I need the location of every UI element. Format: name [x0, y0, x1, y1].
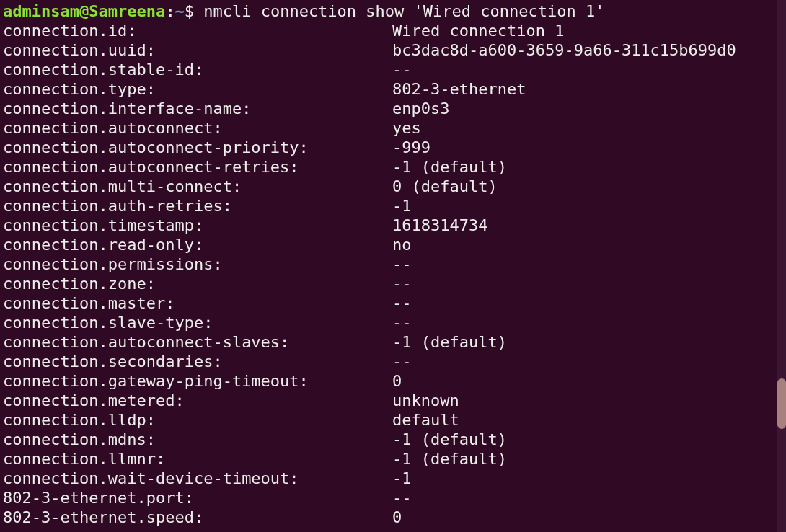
output-value: -1	[392, 469, 412, 487]
output-row: connection.autoconnect-priority:-999	[3, 138, 783, 157]
output-value: 0	[392, 372, 402, 390]
output-row: connection.master:--	[3, 293, 783, 313]
output-value: --	[392, 489, 412, 507]
output-row: connection.lldp:default	[3, 410, 783, 430]
prompt-user: adminsam	[3, 2, 79, 20]
output-key: 802-3-ethernet.port:	[3, 488, 392, 507]
prompt-path: ~	[175, 2, 184, 20]
output-key: connection.autoconnect:	[3, 118, 392, 138]
output-key: connection.wait-device-timeout:	[3, 469, 392, 488]
output-key: connection.secondaries:	[3, 352, 392, 371]
output-row: connection.gateway-ping-timeout:0	[3, 371, 783, 391]
output-value: --	[392, 353, 412, 371]
output-row: 802-3-ethernet.port:--	[3, 488, 783, 507]
output-key: connection.autoconnect-slaves:	[3, 332, 392, 352]
terminal-window[interactable]: adminsam@Samreena:~$ nmcli connection sh…	[3, 1, 783, 527]
output-row: connection.wait-device-timeout:-1	[3, 469, 783, 488]
output-key: connection.timestamp:	[3, 216, 392, 235]
output-key: connection.permissions:	[3, 254, 392, 274]
output-value: --	[392, 255, 412, 273]
output-value: 802-3-ethernet	[392, 80, 526, 98]
prompt-dollar: $	[185, 2, 194, 20]
output-row: connection.id:Wired connection 1	[3, 21, 783, 40]
output-row: 802-3-ethernet.speed:0	[3, 507, 783, 527]
output-row: connection.autoconnect-retries:-1 (defau…	[3, 157, 783, 177]
output-value: 1618314734	[392, 216, 487, 234]
prompt-host: Samreena	[89, 2, 165, 20]
output-row: connection.read-only:no	[3, 235, 783, 254]
output-value: enp0s3	[392, 99, 449, 118]
output-value: -1 (default)	[392, 450, 507, 468]
output-row: connection.zone:--	[3, 274, 783, 293]
output-row: connection.timestamp:1618314734	[3, 216, 783, 235]
output-row: connection.autoconnect:yes	[3, 118, 783, 138]
output-value: Wired connection 1	[392, 22, 564, 40]
output-value: -1 (default)	[392, 333, 507, 351]
output-key: connection.metered:	[3, 391, 392, 410]
output-key: connection.read-only:	[3, 235, 392, 254]
output-key: connection.type:	[3, 79, 392, 99]
output-row: connection.llmnr:-1 (default)	[3, 449, 783, 469]
output-row: connection.permissions:--	[3, 254, 783, 274]
output-key: connection.zone:	[3, 274, 392, 293]
output-value: unknown	[392, 391, 459, 409]
output-row: connection.type:802-3-ethernet	[3, 79, 783, 99]
output-value: -1 (default)	[392, 430, 507, 448]
output-key: connection.auth-retries:	[3, 196, 392, 216]
command-output: connection.id:Wired connection 1connecti…	[3, 21, 783, 527]
output-value: --	[392, 275, 412, 293]
output-value: no	[392, 236, 412, 254]
output-value: --	[392, 294, 412, 312]
output-key: connection.autoconnect-priority:	[3, 138, 392, 157]
output-value: bc3dac8d-a600-3659-9a66-311c15b699d0	[392, 41, 736, 59]
output-row: connection.secondaries:--	[3, 352, 783, 371]
prompt-colon: :	[165, 2, 175, 20]
output-row: connection.stable-id:--	[3, 60, 783, 79]
output-value: --	[392, 61, 412, 79]
scrollbar-thumb[interactable]	[777, 378, 786, 429]
output-value: default	[392, 411, 459, 429]
output-value: -1	[392, 197, 412, 215]
output-row: connection.interface-name:enp0s3	[3, 99, 783, 118]
output-key: 802-3-ethernet.speed:	[3, 507, 392, 527]
output-key: connection.multi-connect:	[3, 177, 392, 196]
output-row: connection.multi-connect:0 (default)	[3, 177, 783, 196]
output-row: connection.autoconnect-slaves:-1 (defaul…	[3, 332, 783, 352]
output-key: connection.stable-id:	[3, 60, 392, 79]
output-key: connection.master:	[3, 293, 392, 313]
output-value: --	[392, 314, 412, 332]
output-key: connection.uuid:	[3, 40, 392, 60]
scrollbar-track[interactable]	[777, 0, 786, 532]
output-key: connection.id:	[3, 21, 392, 40]
output-row: connection.auth-retries:-1	[3, 196, 783, 216]
output-value: yes	[392, 119, 421, 137]
output-key: connection.interface-name:	[3, 99, 392, 118]
output-row: connection.metered:unknown	[3, 391, 783, 410]
output-row: connection.mdns:-1 (default)	[3, 430, 783, 449]
output-key: connection.gateway-ping-timeout:	[3, 371, 392, 391]
output-value: 0 (default)	[392, 177, 498, 195]
output-key: connection.lldp:	[3, 410, 392, 430]
command-text: nmcli connection show 'Wired connection …	[194, 2, 605, 20]
output-key: connection.llmnr:	[3, 449, 392, 469]
output-value: -999	[392, 138, 430, 156]
output-value: 0	[392, 508, 402, 526]
output-row: connection.uuid:bc3dac8d-a600-3659-9a66-…	[3, 40, 783, 60]
prompt-at: @	[79, 2, 89, 20]
prompt-line: adminsam@Samreena:~$ nmcli connection sh…	[3, 1, 783, 21]
output-key: connection.autoconnect-retries:	[3, 157, 392, 177]
output-value: -1 (default)	[392, 158, 507, 176]
output-key: connection.slave-type:	[3, 313, 392, 332]
output-row: connection.slave-type:--	[3, 313, 783, 332]
output-key: connection.mdns:	[3, 430, 392, 449]
